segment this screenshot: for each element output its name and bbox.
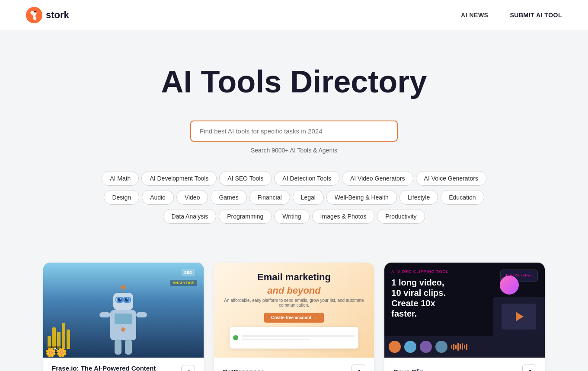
opus-circle-1	[500, 276, 519, 295]
logo[interactable]: stork	[26, 7, 69, 23]
card-opus-image: AI VIDEO CLIPPING TOOL 1 long video, 10 …	[384, 263, 545, 358]
analytics-label: ANALYTICS	[170, 280, 197, 286]
seo-label: SEO	[182, 269, 195, 276]
category-audio[interactable]: Audio	[142, 190, 174, 205]
flowers: 🌼🌼	[45, 347, 67, 358]
category-programming[interactable]: Programming	[219, 209, 272, 224]
email-accent: and beyond	[267, 285, 320, 296]
category-lifestyle[interactable]: Lifestyle	[399, 190, 438, 205]
category-education[interactable]: Education	[441, 190, 484, 205]
card-opus-title: Opus Clip	[393, 368, 424, 371]
page-title: AI Tools Directory	[17, 65, 571, 99]
category-legal[interactable]: Legal	[293, 190, 324, 205]
nav-submit[interactable]: SUBMIT AI TOOL	[510, 12, 562, 19]
chart-bars	[48, 323, 70, 349]
categories-container: AI Math AI Development Tools AI SEO Tool…	[86, 171, 502, 224]
search-subtitle: Search 9000+ AI Tools & Agents	[17, 147, 571, 154]
stork-logo-icon	[26, 7, 42, 23]
category-data-analysis[interactable]: Data Analysis	[163, 209, 216, 224]
category-ai-math[interactable]: AI Math	[102, 171, 139, 186]
svg-point-1	[34, 11, 36, 13]
card-opus-link[interactable]: ↗	[522, 365, 536, 371]
svg-rect-18	[115, 339, 121, 355]
mockup-line-1	[242, 335, 355, 337]
card-frase: SEO ANALYTICS AI's 🌼🌼 Frase.io: The AI-P…	[43, 263, 204, 371]
category-video[interactable]: Video	[176, 190, 208, 205]
svg-point-10	[127, 298, 128, 300]
frase-robot-illustration	[95, 276, 151, 358]
category-well-being[interactable]: Well-Being & Health	[326, 190, 397, 205]
card-opus: AI VIDEO CLIPPING TOOL 1 long video, 10 …	[384, 263, 545, 371]
email-cta-button[interactable]: Create free account →	[264, 313, 324, 323]
mockup-status-dot	[233, 335, 238, 340]
category-ai-voice-gen[interactable]: AI Voice Generators	[416, 171, 486, 186]
card-getresponse: Email marketing and beyond An affordable…	[214, 263, 374, 371]
category-ai-video-gen[interactable]: AI Video Generators	[342, 171, 413, 186]
email-desc: An affordable, easy platform to send ema…	[223, 298, 366, 308]
logo-text: stork	[46, 10, 69, 21]
video-inner	[502, 304, 536, 330]
svg-point-15	[121, 285, 125, 289]
svg-point-20	[121, 327, 125, 332]
svg-point-9	[120, 298, 121, 300]
svg-rect-19	[125, 339, 132, 355]
play-icon	[516, 312, 524, 321]
svg-rect-17	[136, 312, 147, 317]
card-opus-footer: Opus Clip ↗	[384, 358, 545, 371]
nav: AI NEWS SUBMIT AI TOOL	[461, 12, 562, 19]
arrow-icon: ↗	[527, 368, 532, 371]
search-input[interactable]	[190, 120, 398, 142]
mockup-lines	[242, 335, 355, 340]
svg-rect-3	[115, 314, 132, 324]
opus-waveform	[451, 342, 540, 351]
nav-ai-news[interactable]: AI NEWS	[461, 12, 488, 19]
search-container	[190, 120, 398, 142]
opus-avatar-4	[435, 341, 447, 353]
category-games[interactable]: Games	[211, 190, 246, 205]
card-frase-image: SEO ANALYTICS AI's 🌼🌼	[43, 263, 204, 358]
category-writing[interactable]: Writing	[274, 209, 309, 224]
card-frase-footer: Frase.io: The AI-Powered Content Optimiz…	[43, 358, 204, 371]
card-frase-title: Frase.io: The AI-Powered Content Optimiz…	[52, 365, 181, 371]
category-ai-detection[interactable]: AI Detection Tools	[274, 171, 339, 186]
email-mockup	[230, 327, 358, 349]
opus-avatar-2	[404, 341, 416, 353]
category-images-photos[interactable]: Images & Photos	[312, 209, 375, 224]
category-ai-seo-tools[interactable]: AI SEO Tools	[219, 171, 272, 186]
cards-wrapper: SEO ANALYTICS AI's 🌼🌼 Frase.io: The AI-P…	[0, 263, 588, 371]
arrow-icon: ↗	[356, 368, 361, 371]
card-frase-link[interactable]: ↗	[181, 365, 195, 371]
email-heading: Email marketing	[257, 272, 331, 283]
arrow-icon: ↗	[185, 368, 191, 371]
card-getresponse-image: Email marketing and beyond An affordable…	[214, 263, 374, 358]
card-getresponse-footer: GetResponse ↗	[214, 358, 374, 371]
card-getresponse-title: GetResponse	[223, 368, 265, 371]
svg-rect-16	[99, 312, 110, 317]
cards-grid: SEO ANALYTICS AI's 🌼🌼 Frase.io: The AI-P…	[35, 263, 553, 371]
header: stork AI NEWS SUBMIT AI TOOL	[0, 0, 588, 30]
mockup-line-2	[242, 339, 310, 340]
category-ai-dev-tools[interactable]: AI Development Tools	[141, 171, 217, 186]
category-productivity[interactable]: Productivity	[377, 209, 425, 224]
opus-avatar-1	[389, 341, 401, 353]
opus-avatar-3	[420, 341, 432, 353]
category-design[interactable]: Design	[104, 190, 139, 205]
opus-bottom-bar	[384, 336, 545, 358]
video-thumbnail	[493, 297, 545, 336]
card-getresponse-link[interactable]: ↗	[352, 365, 365, 371]
hero-section: AI Tools Directory Search 9000+ AI Tools…	[0, 30, 588, 241]
category-financial[interactable]: Financial	[249, 190, 290, 205]
